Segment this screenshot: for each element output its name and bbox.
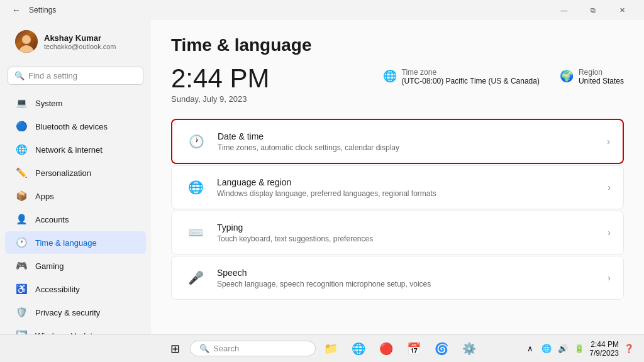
- taskbar-tray-icons: ∧ 🌐 🔊 🔋: [523, 341, 587, 356]
- time-nav-label: Time & language: [35, 238, 97, 248]
- privacy-nav-label: Privacy & security: [35, 308, 100, 317]
- time-nav-icon: 🕐: [15, 236, 28, 249]
- sidebar-item-gaming[interactable]: 🎮 Gaming: [5, 255, 146, 277]
- personalization-nav-icon: ✏️: [15, 167, 28, 179]
- taskbar-files[interactable]: 📁: [318, 336, 343, 361]
- privacy-nav-icon: 🛡️: [15, 306, 28, 319]
- typing-card-chevron: ›: [608, 228, 611, 238]
- user-info: Akshay Kumar techakko@outlook.com: [44, 33, 116, 50]
- datetime-card-title: Date & time: [218, 131, 607, 141]
- region-icon: 🌍: [560, 68, 574, 83]
- sidebar: Akshay Kumar techakko@outlook.com 🔍 Find…: [0, 20, 151, 334]
- tray-volume[interactable]: 🔊: [555, 341, 570, 356]
- settings-list: 🕐 Date & time Time zones, automatic cloc…: [171, 119, 624, 300]
- tray-battery[interactable]: 🔋: [572, 341, 587, 356]
- start-button[interactable]: ⊞: [162, 336, 187, 361]
- speech-card-icon: 🎤: [184, 266, 207, 289]
- taskbar-date-value: 7/9/2023: [589, 349, 619, 358]
- time-header: 2:44 PM Sunday, July 9, 2023 🌐 Time zone…: [171, 65, 624, 104]
- close-button[interactable]: ✕: [608, 0, 636, 20]
- sidebar-item-network[interactable]: 🌐 Network & internet: [5, 138, 146, 161]
- sidebar-item-accessibility[interactable]: ♿ Accessibility: [5, 278, 146, 300]
- minimize-button[interactable]: —: [550, 0, 579, 20]
- window-controls: — ⧉ ✕: [550, 0, 636, 20]
- taskbar-settings[interactable]: ⚙️: [457, 336, 482, 361]
- taskbar-time-value: 2:44 PM: [589, 340, 619, 349]
- tray-help[interactable]: ❓: [621, 341, 636, 356]
- datetime-card-desc: Time zones, automatic clock settings, ca…: [218, 143, 607, 152]
- settings-card-speech[interactable]: 🎤 Speech Speech language, speech recogni…: [171, 256, 624, 300]
- datetime-card-icon: 🕐: [185, 130, 208, 153]
- maximize-button[interactable]: ⧉: [579, 0, 608, 20]
- gaming-nav-label: Gaming: [35, 261, 64, 271]
- taskbar-search-label: Search: [213, 344, 239, 353]
- personalization-nav-label: Personalization: [35, 168, 91, 178]
- sidebar-item-privacy[interactable]: 🛡️ Privacy & security: [5, 301, 146, 324]
- typing-card-icon: ⌨️: [184, 221, 207, 244]
- update-nav-icon: 🔄: [15, 329, 28, 334]
- settings-card-datetime[interactable]: 🕐 Date & time Time zones, automatic cloc…: [171, 119, 624, 164]
- speech-card-text: Speech Speech language, speech recogniti…: [217, 268, 608, 288]
- sidebar-item-personalization[interactable]: ✏️ Personalization: [5, 162, 146, 184]
- language-card-icon: 🌐: [184, 176, 207, 199]
- speech-card-desc: Speech language, speech recognition micr…: [217, 280, 608, 288]
- tray-chevron[interactable]: ∧: [523, 341, 538, 356]
- taskbar: ⊞ 🔍 Search 📁 🌐 🔴 📅 🌀 ⚙️ ∧ 🌐 🔊 🔋 2:44 PM …: [0, 334, 644, 362]
- language-card-chevron: ›: [608, 182, 611, 192]
- accounts-nav-icon: 👤: [15, 213, 28, 226]
- taskbar-right: ∧ 🌐 🔊 🔋 2:44 PM 7/9/2023 ❓: [523, 340, 636, 358]
- search-icon: 🔍: [14, 71, 25, 80]
- settings-card-language[interactable]: 🌐 Language & region Windows display lang…: [171, 165, 624, 209]
- apps-nav-label: Apps: [35, 192, 54, 201]
- titlebar-title: Settings: [29, 6, 56, 14]
- bluetooth-nav-label: Bluetooth & devices: [35, 122, 108, 131]
- current-time: 2:44 PM: [171, 65, 383, 92]
- datetime-card-chevron: ›: [607, 136, 610, 146]
- avatar: [15, 30, 38, 53]
- timezone-value: (UTC-08:00) Pacific Time (US & Canada): [402, 77, 540, 85]
- system-nav-icon: 💻: [15, 97, 28, 109]
- main-content: Time & language 2:44 PM Sunday, July 9, …: [151, 20, 644, 334]
- sidebar-item-system[interactable]: 💻 System: [5, 92, 146, 114]
- system-nav-label: System: [35, 99, 62, 108]
- sidebar-item-apps[interactable]: 📦 Apps: [5, 185, 146, 207]
- tray-network[interactable]: 🌐: [539, 341, 554, 356]
- taskbar-search-icon: 🔍: [199, 344, 209, 353]
- region-meta: 🌍 Region United States: [560, 68, 624, 85]
- network-nav-icon: 🌐: [15, 143, 28, 156]
- typing-card-title: Typing: [217, 222, 608, 233]
- gaming-nav-icon: 🎮: [15, 260, 28, 272]
- titlebar: ← Settings — ⧉ ✕: [0, 0, 644, 20]
- language-card-desc: Windows display language, preferred lang…: [217, 189, 608, 198]
- page-title: Time & language: [171, 35, 624, 55]
- taskbar-search[interactable]: 🔍 Search: [190, 341, 316, 356]
- typing-card-desc: Touch keyboard, text suggestions, prefer…: [217, 234, 608, 243]
- sidebar-item-update[interactable]: 🔄 Windows Update: [5, 324, 146, 334]
- language-card-title: Language & region: [217, 177, 608, 187]
- taskbar-app3[interactable]: 🌀: [429, 336, 454, 361]
- app-container: Akshay Kumar techakko@outlook.com 🔍 Find…: [0, 20, 644, 334]
- region-value: United States: [579, 77, 624, 85]
- user-email: techakko@outlook.com: [44, 43, 116, 50]
- timezone-label: Time zone: [402, 68, 540, 77]
- back-button[interactable]: ←: [8, 1, 25, 19]
- current-date: Sunday, July 9, 2023: [171, 94, 383, 104]
- user-profile[interactable]: Akshay Kumar techakko@outlook.com: [5, 23, 146, 60]
- sidebar-item-time[interactable]: 🕐 Time & language: [5, 231, 146, 254]
- taskbar-app2[interactable]: 📅: [401, 336, 426, 361]
- taskbar-clock[interactable]: 2:44 PM 7/9/2023: [589, 340, 619, 358]
- taskbar-chrome[interactable]: 🌐: [346, 336, 371, 361]
- timezone-meta: 🌐 Time zone (UTC-08:00) Pacific Time (US…: [383, 68, 540, 85]
- accessibility-nav-icon: ♿: [15, 283, 28, 295]
- sidebar-item-bluetooth[interactable]: 🔵 Bluetooth & devices: [5, 115, 146, 138]
- language-card-text: Language & region Windows display langua…: [217, 177, 608, 198]
- taskbar-app1[interactable]: 🔴: [374, 336, 399, 361]
- accessibility-nav-label: Accessibility: [35, 285, 80, 294]
- sidebar-item-accounts[interactable]: 👤 Accounts: [5, 208, 146, 231]
- bluetooth-nav-icon: 🔵: [15, 120, 28, 133]
- user-name: Akshay Kumar: [44, 33, 116, 43]
- network-nav-label: Network & internet: [35, 145, 103, 155]
- sidebar-search[interactable]: 🔍 Find a setting: [8, 67, 143, 85]
- settings-card-typing[interactable]: ⌨️ Typing Touch keyboard, text suggestio…: [171, 211, 624, 255]
- timezone-icon: 🌐: [383, 68, 397, 83]
